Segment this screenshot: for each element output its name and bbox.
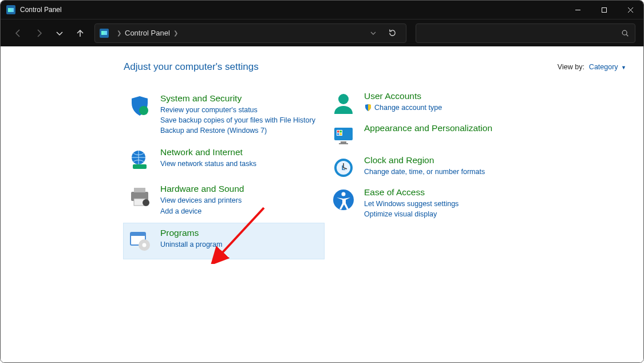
clock-icon: L: [331, 155, 356, 180]
svg-point-18: [338, 94, 349, 104]
view-by-value: Category: [589, 63, 618, 71]
category-link[interactable]: View devices and printers: [160, 195, 244, 206]
svg-rect-15: [131, 232, 145, 236]
category-link[interactable]: Optimize visual display: [364, 209, 459, 219]
address-bar[interactable]: ❯ Control Panel ❯: [94, 23, 406, 43]
svg-rect-23: [337, 133, 339, 136]
category-link[interactable]: View network status and tasks: [160, 159, 256, 169]
view-by-label: View by:: [558, 63, 584, 71]
search-icon: [621, 29, 629, 37]
page-title: Adjust your computer's settings: [124, 61, 259, 73]
navigation-bar: ❯ Control Panel ❯: [1, 19, 643, 46]
category-hardware-sound[interactable]: Hardware and Sound View devices and prin…: [124, 179, 324, 222]
category-title[interactable]: Network and Internet: [160, 147, 256, 157]
svg-rect-9: [133, 164, 147, 169]
svg-rect-24: [340, 133, 342, 136]
svg-rect-25: [341, 141, 346, 143]
svg-rect-22: [340, 131, 342, 133]
svg-rect-26: [339, 143, 348, 144]
category-link[interactable]: Backup and Restore (Windows 7): [160, 125, 315, 136]
category-title[interactable]: User Accounts: [364, 91, 442, 101]
svg-rect-11: [134, 188, 145, 192]
chevron-right-icon[interactable]: ❯: [173, 30, 178, 36]
content-area: Adjust your computer's settings View by:…: [1, 46, 643, 362]
forward-button[interactable]: [30, 25, 48, 42]
category-appearance-personalization[interactable]: Appearance and Personalization: [327, 121, 528, 152]
category-clock-region[interactable]: L Clock and Region Change date, time, or…: [327, 153, 528, 184]
svg-line-6: [626, 34, 628, 36]
svg-point-5: [622, 30, 627, 35]
printer-icon: [127, 184, 152, 209]
chevron-down-icon: ▼: [621, 65, 626, 70]
refresh-button[interactable]: [382, 29, 402, 37]
programs-icon: [127, 228, 152, 253]
up-button[interactable]: [72, 25, 89, 42]
address-dropdown-button[interactable]: [365, 30, 382, 37]
category-link[interactable]: Review your computer's status: [160, 105, 315, 115]
view-by-selector[interactable]: View by: Category ▼: [558, 63, 626, 71]
close-button[interactable]: [617, 1, 643, 19]
back-button[interactable]: [10, 25, 27, 42]
search-input[interactable]: [416, 23, 635, 43]
category-title[interactable]: Clock and Region: [364, 155, 485, 165]
control-panel-icon: [6, 5, 15, 14]
recent-locations-button[interactable]: [51, 25, 68, 42]
address-icon: [100, 29, 109, 38]
category-system-security[interactable]: System and Security Review your computer…: [124, 89, 324, 141]
svg-rect-1: [602, 7, 606, 12]
category-title[interactable]: Appearance and Personalization: [364, 123, 492, 133]
globe-icon: [127, 147, 152, 172]
maximize-button[interactable]: [591, 1, 617, 19]
category-network-internet[interactable]: Network and Internet View network status…: [124, 143, 324, 178]
category-programs[interactable]: Programs Uninstall a program: [124, 223, 324, 259]
svg-point-13: [143, 199, 149, 206]
category-link[interactable]: Save backup copies of your files with Fi…: [160, 115, 315, 125]
uac-shield-icon: [364, 104, 372, 115]
category-title[interactable]: Hardware and Sound: [160, 184, 244, 194]
titlebar: Control Panel: [1, 1, 643, 19]
category-link[interactable]: Let Windows suggest settings: [364, 199, 459, 209]
accessibility-icon: [331, 187, 356, 212]
category-title[interactable]: Ease of Access: [364, 187, 459, 198]
svg-point-17: [143, 243, 147, 247]
user-icon: [331, 91, 356, 116]
svg-point-7: [139, 106, 148, 115]
category-title[interactable]: Programs: [160, 228, 222, 238]
category-user-accounts[interactable]: User Accounts Change account type: [327, 89, 528, 120]
category-link[interactable]: Uninstall a program: [160, 239, 222, 250]
category-title[interactable]: System and Security: [160, 93, 315, 104]
chevron-right-icon: ❯: [117, 30, 121, 36]
minimize-button[interactable]: [564, 1, 591, 19]
address-root[interactable]: Control Panel: [125, 29, 170, 37]
monitor-icon: [331, 123, 356, 148]
window-title: Control Panel: [20, 6, 62, 14]
category-ease-of-access[interactable]: Ease of Access Let Windows suggest setti…: [327, 185, 528, 223]
category-link[interactable]: Change date, time, or number formats: [364, 167, 485, 177]
category-link[interactable]: Change account type: [364, 102, 442, 115]
category-link[interactable]: Add a device: [160, 206, 244, 216]
shield-icon: [127, 93, 152, 119]
svg-rect-21: [337, 131, 339, 133]
svg-point-33: [342, 192, 346, 196]
